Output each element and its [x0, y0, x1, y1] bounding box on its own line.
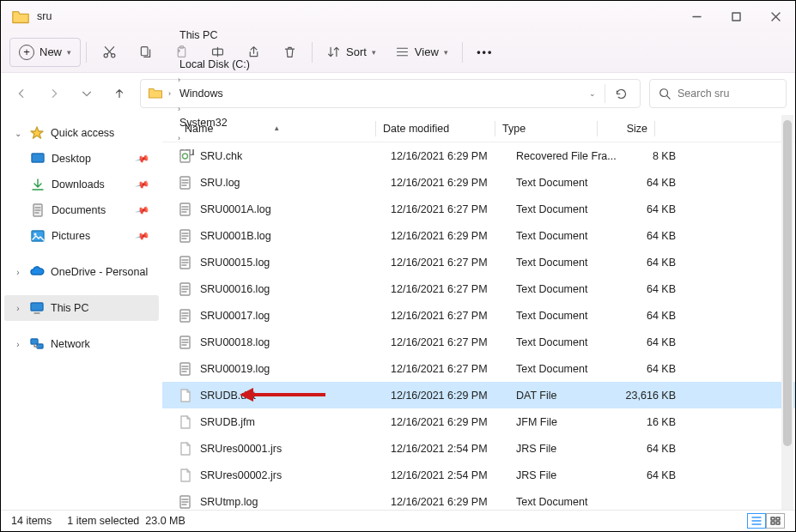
- file-icon: [178, 494, 193, 510]
- view-button[interactable]: View ▾: [386, 38, 457, 67]
- file-type: Text Document: [516, 283, 619, 295]
- recent-button[interactable]: [75, 82, 99, 106]
- chevron-right-icon[interactable]: ›: [176, 105, 182, 113]
- file-row[interactable]: SRUres00001.jrs12/16/2021 2:54 PMJRS Fil…: [162, 435, 795, 462]
- minimize-button[interactable]: [677, 1, 716, 32]
- file-type: Text Document: [516, 496, 619, 508]
- file-date: 12/16/2021 6:27 PM: [391, 283, 516, 295]
- file-row[interactable]: SRU00018.log12/16/2021 6:27 PMText Docum…: [162, 329, 795, 355]
- maximize-button[interactable]: [716, 1, 756, 32]
- plus-icon: +: [19, 45, 34, 60]
- file-date: 12/16/2021 2:54 PM: [391, 469, 516, 481]
- file-size: 64 KB: [619, 257, 676, 269]
- file-type: JFM File: [516, 416, 619, 428]
- chevron-right-icon[interactable]: ›: [176, 76, 182, 84]
- address-bar[interactable]: › This PC›Local Disk (C:)›Windows›System…: [140, 79, 641, 108]
- search-icon: [659, 88, 671, 100]
- file-icon: [178, 255, 193, 270]
- forward-button[interactable]: [42, 82, 66, 106]
- file-name: SRU00017.log: [200, 310, 391, 322]
- file-icon: [178, 361, 193, 377]
- file-row[interactable]: SRU00017.log12/16/2021 6:27 PMText Docum…: [162, 302, 795, 329]
- search-box[interactable]: [649, 79, 787, 108]
- file-name: SRU00018.log: [200, 336, 391, 348]
- file-date: 12/16/2021 6:29 PM: [391, 416, 516, 428]
- copy-button[interactable]: [128, 38, 162, 67]
- file-row[interactable]: SRU0001A.log12/16/2021 6:27 PMText Docum…: [162, 196, 795, 222]
- col-size[interactable]: Size: [598, 123, 654, 135]
- status-size: 23.0 MB: [145, 515, 185, 527]
- titlebar: sru: [1, 1, 795, 32]
- star-icon: [29, 125, 45, 141]
- close-button[interactable]: [756, 1, 795, 32]
- file-row[interactable]: SRUDB.dat12/16/2021 6:29 PMDAT File23,61…: [162, 382, 795, 408]
- new-button[interactable]: + New ▾: [9, 38, 81, 67]
- sidebar: ⌄ Quick access Desktop📌 Downloads📌 Docum…: [1, 115, 162, 510]
- svg-rect-26: [771, 517, 775, 520]
- file-pane: Name▲ Date modified Type Size SRU.chk12/…: [162, 115, 795, 510]
- trash-icon: [283, 45, 297, 59]
- thumbnails-view-button[interactable]: [766, 513, 785, 529]
- col-type[interactable]: Type: [495, 123, 597, 135]
- file-date: 12/16/2021 6:29 PM: [391, 150, 516, 162]
- file-row[interactable]: SRU0001B.log12/16/2021 6:29 PMText Docum…: [162, 222, 795, 249]
- sort-icon: [326, 45, 341, 59]
- file-row[interactable]: SRU00016.log12/16/2021 6:27 PMText Docum…: [162, 275, 795, 302]
- sidebar-quick-access[interactable]: ⌄ Quick access: [4, 120, 159, 146]
- folder-icon: [11, 9, 30, 24]
- file-size: 64 KB: [619, 443, 676, 455]
- file-row[interactable]: SRUres00002.jrs12/16/2021 2:54 PMJRS Fil…: [162, 462, 795, 488]
- chevron-right-icon[interactable]: ›: [167, 89, 173, 98]
- file-size: 64 KB: [619, 230, 676, 242]
- file-size: 64 KB: [619, 283, 676, 295]
- delete-button[interactable]: [272, 38, 307, 67]
- file-row[interactable]: SRUDB.jfm12/16/2021 6:29 PMJFM File16 KB: [162, 408, 795, 435]
- sidebar-documents[interactable]: Documents📌: [4, 197, 159, 223]
- scrollbar[interactable]: [781, 115, 793, 510]
- breadcrumb-seg[interactable]: Windows: [176, 85, 253, 102]
- sidebar-desktop[interactable]: Desktop📌: [4, 146, 159, 172]
- svg-rect-3: [141, 47, 148, 56]
- cut-button[interactable]: [92, 38, 126, 67]
- file-icon: [178, 414, 193, 430]
- file-row[interactable]: SRU.chk12/16/2021 6:29 PMRecovered File …: [162, 142, 795, 169]
- file-size: 64 KB: [619, 336, 676, 348]
- file-name: SRU00016.log: [200, 283, 391, 295]
- sidebar-network[interactable]: › Network: [4, 331, 159, 357]
- file-type: Text Document: [516, 257, 619, 269]
- sidebar-pictures[interactable]: Pictures📌: [4, 223, 159, 249]
- file-type: JRS File: [516, 443, 619, 455]
- chevron-right-icon: ›: [13, 268, 23, 277]
- file-date: 12/16/2021 6:29 PM: [391, 496, 516, 508]
- sidebar-downloads[interactable]: Downloads📌: [4, 172, 159, 197]
- file-row[interactable]: SRU.log12/16/2021 6:29 PMText Document64…: [162, 169, 795, 196]
- chevron-right-icon: ›: [13, 340, 23, 349]
- details-view-button[interactable]: [747, 513, 766, 529]
- file-icon: [178, 148, 193, 164]
- chevron-down-icon[interactable]: ⌄: [589, 89, 596, 98]
- window-title: sru: [37, 10, 52, 22]
- file-date: 12/16/2021 6:29 PM: [391, 390, 516, 402]
- up-button[interactable]: [107, 82, 131, 106]
- file-type: JRS File: [516, 469, 619, 481]
- back-button[interactable]: [9, 82, 33, 106]
- status-count: 14 items: [11, 515, 52, 527]
- more-button[interactable]: •••: [468, 38, 502, 67]
- chevron-down-icon: ▾: [372, 48, 376, 57]
- paste-button[interactable]: [164, 38, 198, 67]
- refresh-button[interactable]: [609, 88, 633, 100]
- file-type: Text Document: [516, 363, 619, 375]
- pin-icon: 📌: [135, 177, 151, 192]
- scroll-thumb[interactable]: [783, 120, 792, 446]
- file-date: 12/16/2021 6:27 PM: [391, 363, 516, 375]
- search-input[interactable]: [678, 88, 772, 100]
- col-name[interactable]: Name▲: [178, 123, 375, 135]
- sidebar-onedrive[interactable]: › OneDrive - Personal: [4, 259, 159, 285]
- file-row[interactable]: SRU00019.log12/16/2021 6:27 PMText Docum…: [162, 355, 795, 382]
- file-type: Text Document: [516, 177, 619, 189]
- sort-button[interactable]: Sort ▾: [318, 38, 385, 67]
- file-icon: [178, 335, 193, 350]
- file-row[interactable]: SRU00015.log12/16/2021 6:27 PMText Docum…: [162, 249, 795, 275]
- sidebar-this-pc[interactable]: › This PC: [4, 295, 159, 321]
- col-date[interactable]: Date modified: [376, 123, 495, 135]
